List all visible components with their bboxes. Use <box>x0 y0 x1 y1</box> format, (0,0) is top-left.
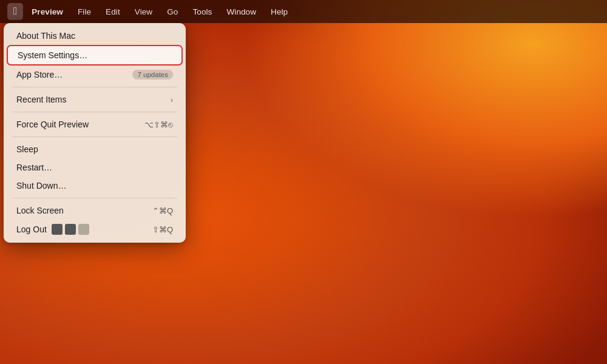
menu-item-shut-down[interactable]: Shut Down… <box>7 177 183 195</box>
menu-item-recent-items-label: Recent Items <box>16 95 66 104</box>
menu-item-log-out[interactable]: Log Out ⇧⌘Q <box>7 220 183 239</box>
menu-item-restart[interactable]: Restart… <box>7 158 183 177</box>
menu-item-sleep[interactable]: Sleep <box>7 140 183 158</box>
menubar-item-window[interactable]: Window <box>220 5 262 19</box>
menu-item-recent-items[interactable]: Recent Items › <box>7 90 183 109</box>
menu-item-about-mac[interactable]: About This Mac <box>7 27 183 45</box>
menubar-item-file[interactable]: File <box>72 5 97 19</box>
app-store-badge: 7 updates <box>132 70 173 79</box>
menu-item-app-store[interactable]: App Store… 7 updates <box>7 66 183 84</box>
separator-4 <box>12 198 177 198</box>
force-quit-shortcut: ⌥⇧⌘⎋ <box>144 120 173 129</box>
log-out-left: Log Out <box>16 224 89 235</box>
menu-item-sleep-label: Sleep <box>16 144 38 154</box>
chevron-right-icon: › <box>171 95 173 104</box>
menu-item-about-mac-label: About This Mac <box>16 31 75 41</box>
menubar-item-view[interactable]: View <box>129 5 158 19</box>
menubar:  Preview File Edit View Go Tools Window… <box>0 0 607 23</box>
menubar-item-help[interactable]: Help <box>265 5 294 19</box>
separator-1 <box>12 87 177 87</box>
menu-item-lock-screen[interactable]: Lock Screen ⌃⌘Q <box>7 201 183 220</box>
menu-item-force-quit-label: Force Quit Preview <box>16 120 89 129</box>
menu-item-force-quit[interactable]: Force Quit Preview ⌥⇧⌘⎋ <box>7 115 183 133</box>
menubar-item-preview[interactable]: Preview <box>25 5 69 19</box>
separator-2 <box>12 112 177 112</box>
menu-item-restart-label: Restart… <box>16 163 52 172</box>
lock-screen-shortcut: ⌃⌘Q <box>152 206 173 215</box>
menubar-item-edit[interactable]: Edit <box>100 5 126 19</box>
menu-item-log-out-label: Log Out <box>16 224 47 234</box>
user-dot-3 <box>78 224 89 235</box>
user-dots <box>52 224 89 235</box>
log-out-shortcut: ⇧⌘Q <box>152 225 173 234</box>
user-dot-2 <box>65 224 76 235</box>
menubar-item-go[interactable]: Go <box>161 5 184 19</box>
apple-menu-dropdown: About This Mac System Settings… App Stor… <box>4 23 186 243</box>
menubar-item-tools[interactable]: Tools <box>186 5 218 19</box>
menu-item-app-store-label: App Store… <box>16 70 63 79</box>
menu-item-system-settings[interactable]: System Settings… <box>7 45 183 66</box>
separator-3 <box>12 136 177 137</box>
menu-item-system-settings-label: System Settings… <box>18 50 87 60</box>
apple-logo[interactable]:  <box>7 3 23 20</box>
user-dot-1 <box>52 224 63 235</box>
menu-item-shut-down-label: Shut Down… <box>16 181 66 190</box>
menu-item-lock-screen-label: Lock Screen <box>16 206 64 215</box>
